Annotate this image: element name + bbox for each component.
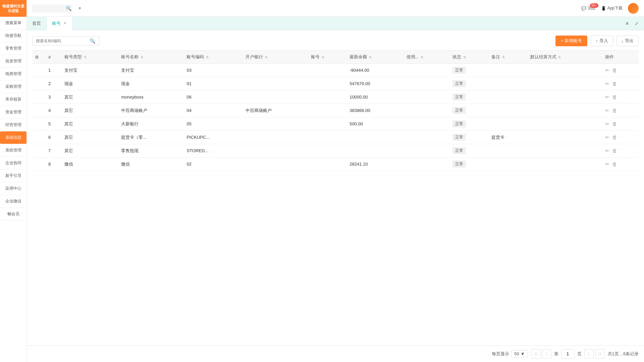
new-guide-label: 新手引导 xyxy=(1,173,25,179)
delete-icon[interactable]: 🗑 xyxy=(612,121,617,127)
edit-icon[interactable]: ✏ xyxy=(605,134,609,140)
tab-expand-icon[interactable]: ⤢ xyxy=(633,19,640,27)
edit-icon[interactable]: ✏ xyxy=(605,94,609,100)
row-account-no xyxy=(308,144,347,158)
col-latest-balance[interactable]: 最新余额 ⇅ xyxy=(347,51,404,64)
search-wrap[interactable]: 🔍 xyxy=(32,36,99,46)
sidebar-item-enterprise-agreement[interactable]: 企业协同 xyxy=(0,157,26,170)
row-usage xyxy=(404,117,450,131)
delete-icon[interactable]: 🗑 xyxy=(612,81,617,87)
sidebar-item-wholesale-mgmt[interactable]: 批发管理 xyxy=(0,55,26,68)
row-default-settlement xyxy=(528,90,602,104)
sidebar-item-app-center[interactable]: 应用中心 xyxy=(0,182,26,195)
settings-icon: ⚙ xyxy=(35,55,39,60)
row-account-name: 微信 xyxy=(118,158,184,171)
delete-icon[interactable]: 🗑 xyxy=(612,108,617,114)
app-download-label: App下载 xyxy=(607,5,623,11)
tab-account-close-icon[interactable]: ✕ xyxy=(63,21,67,25)
toolbar: 🔍 + 新增账号 ↑ 导入 ↓ 导出 xyxy=(32,36,639,46)
tab-close-all-icon[interactable]: ✕ xyxy=(624,19,631,27)
col-account-type[interactable]: 账号类型 ⇅ xyxy=(62,51,118,64)
col-remark[interactable]: 备注 ⇅ xyxy=(489,51,527,64)
delete-icon[interactable]: 🗑 xyxy=(612,148,617,154)
prev-page-button[interactable]: ⟨ xyxy=(542,349,551,359)
account-table: ⚙ # 账号类型 ⇅ 账号名称 ⇅ 账号编码 ⇅ 开户银行 ⇅ 账号 ⇅ 最新余… xyxy=(32,50,639,171)
row-account-name: 支付宝 xyxy=(118,64,184,77)
message-button[interactable]: 💬 消息 99+ xyxy=(581,5,596,11)
sidebar-item-basic-info[interactable]: 基础信息 xyxy=(0,131,26,144)
sidebar-item-new-guide[interactable]: 新手引导 xyxy=(0,170,26,182)
col-usage[interactable]: 使用... ⇅ xyxy=(404,51,450,64)
sidebar-item-purchase-mgmt[interactable]: 采购管理 xyxy=(0,80,26,93)
row-default-settlement xyxy=(528,64,602,77)
sidebar-item-enterprise-wechat[interactable]: 企业微信 xyxy=(0,195,26,208)
delete-icon[interactable]: 🗑 xyxy=(612,94,617,100)
table-row: 7 其它 零售抵现 STORED... 正常 ✏ 🗑 xyxy=(32,144,639,158)
col-open-bank[interactable]: 开户银行 ⇅ xyxy=(243,51,308,64)
add-account-button[interactable]: + 新增账号 xyxy=(555,36,587,46)
tab-home-label: 首页 xyxy=(32,20,41,26)
edit-icon[interactable]: ✏ xyxy=(605,67,609,73)
col-settings[interactable]: ⚙ xyxy=(32,51,46,64)
row-account-type: 其它 xyxy=(62,131,118,144)
enterprise-agreement-label: 企业协同 xyxy=(1,160,25,166)
row-account-no xyxy=(308,104,347,117)
row-account-no xyxy=(308,131,347,144)
total-info: 共1页，8条记录 xyxy=(608,351,639,357)
tab-home[interactable]: 首页 xyxy=(27,17,47,30)
row-latest-balance: 28241.10 xyxy=(347,158,404,171)
app-download-button[interactable]: 📱 App下载 xyxy=(601,5,623,11)
col-status[interactable]: 状态 ⇅ xyxy=(450,51,489,64)
nav-dropdown-icon[interactable]: ▼ xyxy=(78,6,82,11)
row-account-name: 大新银行 xyxy=(118,117,184,131)
sidebar-item-system-mgmt[interactable]: 系统管理 xyxy=(0,144,26,157)
sidebar-item-search-menu[interactable]: 搜索菜单 xyxy=(0,17,26,29)
table-row: 5 其它 大新银行 05 500.00 正常 ✏ 🗑 xyxy=(32,117,639,131)
row-actions: ✏ 🗑 xyxy=(602,64,639,77)
row-latest-balance: 383866.00 xyxy=(347,104,404,117)
col-account-code[interactable]: 账号编码 ⇅ xyxy=(184,51,243,64)
app-center-label: 应用中心 xyxy=(1,186,25,191)
sidebar-item-finance-mgmt[interactable]: 资金管理 xyxy=(0,106,26,119)
user-avatar[interactable] xyxy=(628,3,639,14)
row-remark xyxy=(489,90,527,104)
delete-icon[interactable]: 🗑 xyxy=(612,134,617,140)
row-settings-cell xyxy=(32,90,46,104)
row-account-code: 01 xyxy=(184,77,243,90)
edit-icon[interactable]: ✏ xyxy=(605,148,609,154)
col-account-no[interactable]: 账号 ⇅ xyxy=(308,51,347,64)
sidebar-item-inventory-mgmt[interactable]: 库存核算 xyxy=(0,93,26,106)
delete-icon[interactable]: 🗑 xyxy=(612,161,617,167)
col-actions: 操作 xyxy=(602,51,639,64)
page-size-dropdown[interactable]: 50 ▼ xyxy=(511,350,528,358)
sidebar-item-ecommerce-mgmt[interactable]: 电商管理 xyxy=(0,68,26,80)
first-page-button[interactable]: ⟨⟨ xyxy=(531,349,541,359)
sidebar-item-retail-mgmt[interactable]: 零售管理 xyxy=(0,42,26,55)
last-page-button[interactable]: ⟩⟩ xyxy=(595,349,604,359)
tab-account[interactable]: 账号 ✕ xyxy=(47,17,73,30)
delete-icon[interactable]: 🗑 xyxy=(612,67,617,73)
row-settings-cell xyxy=(32,117,46,131)
search-input[interactable] xyxy=(36,39,90,43)
row-actions: ✏ 🗑 xyxy=(602,144,639,158)
import-label: 导入 xyxy=(599,38,608,44)
sidebar-item-operations-mgmt[interactable]: 经营管理 xyxy=(0,119,26,131)
edit-icon[interactable]: ✏ xyxy=(605,161,609,167)
row-settings-cell xyxy=(32,77,46,90)
pagination-nav: ⟨⟨ ⟨ 第 页 ⟩ ⟩⟩ xyxy=(531,349,604,359)
edit-icon[interactable]: ✏ xyxy=(605,108,609,114)
next-page-button[interactable]: ⟩ xyxy=(584,349,594,359)
top-search-input[interactable] xyxy=(36,6,66,11)
edit-icon[interactable]: ✏ xyxy=(605,121,609,127)
row-remark xyxy=(489,117,527,131)
row-usage xyxy=(404,144,450,158)
top-search-box[interactable]: 🔍 xyxy=(32,4,72,12)
col-default-settlement[interactable]: 默认结算方式 ⇅ xyxy=(528,51,602,64)
edit-icon[interactable]: ✏ xyxy=(605,81,609,87)
sidebar-item-quick-nav[interactable]: 快捷导航 xyxy=(0,29,26,42)
col-account-name[interactable]: 账号名称 ⇅ xyxy=(118,51,184,64)
export-button[interactable]: ↓ 导出 xyxy=(616,36,639,46)
page-number-input[interactable] xyxy=(561,349,575,359)
import-button[interactable]: ↑ 导入 xyxy=(591,36,613,46)
sidebar-item-vip-member[interactable]: 畅会员 xyxy=(0,208,26,221)
